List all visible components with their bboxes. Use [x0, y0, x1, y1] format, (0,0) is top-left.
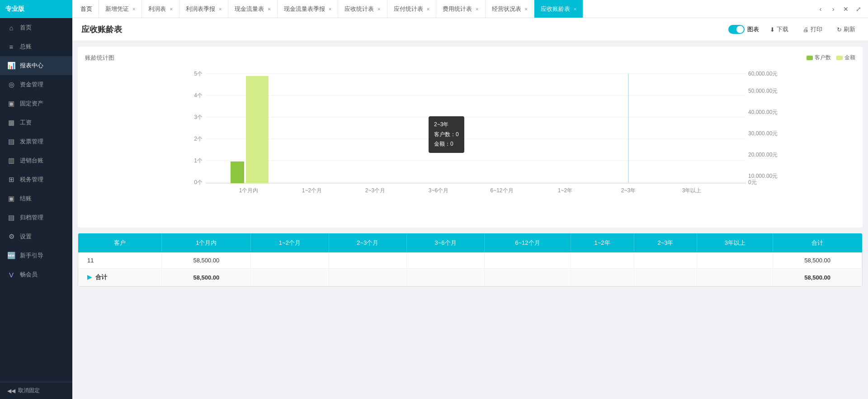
sidebar-pin-toggle[interactable]: ◀◀ 取消固定 — [0, 382, 72, 399]
tab-expense-stat[interactable]: 费用统计表 × — [436, 0, 485, 18]
archive-icon: ▤ — [7, 214, 15, 222]
tab-receivable-stat-close[interactable]: × — [377, 6, 380, 12]
sidebar-item-label: 税务管理 — [20, 176, 43, 184]
ledger-icon: ≡ — [7, 43, 15, 51]
sidebar-item-inventory[interactable]: ▥ 进销台账 — [0, 151, 72, 170]
download-icon: ⬇ — [770, 26, 775, 33]
tab-receivable-stat-label: 应收统计表 — [344, 5, 374, 13]
col-m36: 3~6个月 — [406, 233, 484, 252]
sidebar-item-settings[interactable]: ⚙ 设置 — [0, 227, 72, 246]
main-area: 首页 新增凭证 × 利润表 × 利润表季报 × 现金流量表 × 现金流量表季报 … — [72, 0, 868, 399]
bar-amount-1 — [246, 76, 269, 183]
svg-text:0个: 0个 — [194, 179, 203, 185]
tab-bar: 首页 新增凭证 × 利润表 × 利润表季报 × 现金流量表 × 现金流量表季报 … — [72, 0, 868, 18]
sidebar-item-archive[interactable]: ▤ 归档管理 — [0, 208, 72, 227]
total-m1: 58,500.00 — [162, 269, 251, 286]
total-m12 — [251, 269, 329, 286]
table-row: 11 58,500.00 58,500.00 — [78, 252, 862, 269]
tab-operation-stat[interactable]: 经营状况表 × — [486, 0, 534, 18]
svg-text:2~3年: 2~3年 — [621, 187, 636, 194]
sidebar-item-label: 新手引导 — [20, 252, 43, 260]
col-m612: 6~12个月 — [485, 233, 571, 252]
cell-m23 — [329, 252, 406, 269]
tab-cashflow-close[interactable]: × — [268, 6, 270, 12]
col-m12: 1~2个月 — [251, 233, 329, 252]
tab-voucher-label: 新增凭证 — [105, 5, 129, 13]
tab-cashflow-quarter-close[interactable]: × — [329, 6, 331, 12]
download-button[interactable]: ⬇ 下载 — [766, 24, 792, 35]
svg-text:4个: 4个 — [194, 92, 203, 99]
sidebar-item-label: 发票管理 — [20, 138, 43, 146]
total-m36 — [406, 269, 484, 286]
sidebar-item-invoice[interactable]: ▤ 发票管理 — [0, 132, 72, 151]
tab-receivable-stat[interactable]: 应收统计表 × — [338, 0, 387, 18]
svg-text:20,000.00元: 20,000.00元 — [748, 152, 778, 158]
tab-aging[interactable]: 应收账龄表 × — [534, 0, 583, 18]
print-button[interactable]: 🖨 打印 — [799, 24, 826, 35]
table-header-row: 客户 1个月内 1~2个月 2~3个月 3~6个月 6~12个月 1~2年 2~… — [78, 233, 862, 252]
sidebar-item-salary[interactable]: ▦ 工资 — [0, 113, 72, 132]
svg-text:10,000.00元: 10,000.00元 — [748, 173, 778, 179]
tab-profit-quarter[interactable]: 利润表季报 × — [179, 0, 228, 18]
tab-maximize-button[interactable]: ⤢ — [853, 3, 864, 15]
sidebar-item-assets[interactable]: ▣ 固定资产 — [0, 94, 72, 113]
chart-title: 账龄统计图 — [85, 54, 855, 62]
chart-toggle[interactable]: 图表 — [728, 25, 759, 34]
chart-legend: 客户数 金额 — [807, 54, 855, 62]
tab-cashflow[interactable]: 现金流量表 × — [228, 0, 277, 18]
app-logo: 专业版 — [0, 0, 72, 18]
tab-payable-stat-close[interactable]: × — [427, 6, 429, 12]
sidebar-item-label: 畅会员 — [20, 271, 38, 279]
page-header: 应收账龄表 图表 ⬇ 下载 🖨 打印 ↻ 刷新 — [72, 18, 868, 41]
pin-label: 取消固定 — [18, 387, 40, 394]
svg-text:2~3个月: 2~3个月 — [365, 187, 385, 194]
closing-icon: ▣ — [7, 195, 15, 203]
tab-expense-stat-label: 费用统计表 — [443, 5, 472, 13]
sidebar-item-tax[interactable]: ⊞ 税务管理 — [0, 170, 72, 189]
svg-text:3年以上: 3年以上 — [682, 187, 702, 194]
toggle-switch-control[interactable] — [728, 25, 745, 34]
svg-text:40,000.00元: 40,000.00元 — [748, 109, 778, 115]
legend-customer: 客户数 — [807, 54, 831, 62]
refresh-button[interactable]: ↻ 刷新 — [833, 24, 859, 35]
tab-cashflow-label: 现金流量表 — [235, 5, 264, 13]
tab-profit-quarter-close[interactable]: × — [219, 6, 222, 12]
sidebar-item-closing[interactable]: ▣ 结账 — [0, 189, 72, 208]
tab-prev-button[interactable]: ‹ — [815, 3, 826, 15]
total-icon: ▶ — [87, 274, 92, 280]
cell-y23 — [634, 252, 697, 269]
tab-payable-stat[interactable]: 应付统计表 × — [387, 0, 436, 18]
svg-text:60,000.00元: 60,000.00元 — [748, 71, 778, 77]
sidebar-item-reports[interactable]: 📊 报表中心 — [0, 56, 72, 75]
download-label: 下载 — [777, 25, 788, 33]
tab-voucher[interactable]: 新增凭证 × — [99, 0, 142, 18]
home-icon: ⌂ — [7, 24, 15, 32]
legend-customer-color — [807, 56, 813, 60]
total-label: ▶ 合计 — [78, 269, 162, 286]
sidebar-item-guide[interactable]: 🆕 新手引导 — [0, 246, 72, 265]
tab-operation-stat-close[interactable]: × — [525, 6, 528, 12]
content-area: 账龄统计图 客户数 金额 5个 4个 3个 2个 1个 — [72, 41, 868, 399]
tab-aging-close[interactable]: × — [574, 6, 576, 12]
sidebar-item-label: 报表中心 — [20, 62, 43, 70]
tab-profit[interactable]: 利润表 × — [142, 0, 179, 18]
tab-cashflow-quarter-label: 现金流量表季报 — [284, 5, 325, 13]
tab-profit-close[interactable]: × — [170, 6, 172, 12]
tab-cashflow-quarter[interactable]: 现金流量表季报 × — [278, 0, 338, 18]
sidebar-item-ledger[interactable]: ≡ 总账 — [0, 37, 72, 56]
tab-aging-label: 应收账龄表 — [541, 5, 570, 13]
tab-next-button[interactable]: › — [827, 3, 839, 15]
tab-expense-stat-close[interactable]: × — [476, 6, 478, 12]
svg-text:5个: 5个 — [194, 71, 203, 77]
sidebar-item-member[interactable]: V 畅会员 — [0, 265, 72, 284]
total-total: 58,500.00 — [773, 269, 862, 286]
member-icon: V — [7, 271, 15, 279]
sidebar-item-home[interactable]: ⌂ 首页 — [0, 18, 72, 37]
tab-close-all-button[interactable]: ✕ — [840, 3, 852, 15]
sidebar-item-funds[interactable]: ◎ 资金管理 — [0, 75, 72, 94]
tab-home[interactable]: 首页 — [74, 0, 99, 18]
svg-text:2个: 2个 — [194, 136, 203, 142]
tab-voucher-close[interactable]: × — [132, 6, 135, 12]
tab-profit-label: 利润表 — [148, 5, 166, 13]
settings-icon: ⚙ — [7, 233, 15, 241]
